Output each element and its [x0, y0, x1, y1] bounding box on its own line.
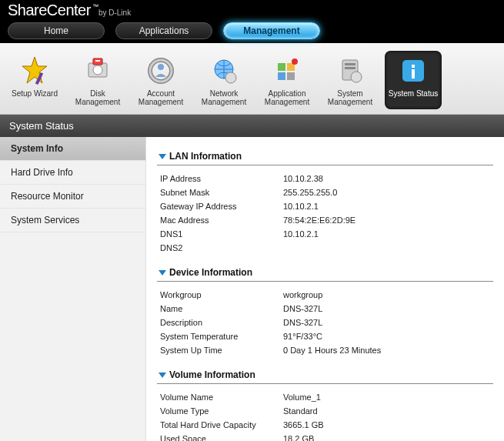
lan-ip-value: 10.10.2.38 [280, 172, 493, 185]
topbar: ShareCenter ™ by D-Link Home Application… [0, 0, 504, 43]
device-description-value: DNS-327L [280, 316, 493, 329]
collapse-triangle-icon [159, 154, 166, 159]
sidebar-item-resource-monitor[interactable]: Resource Monitor [0, 185, 145, 209]
lan-mac-label: Mac Address [157, 213, 280, 227]
lan-gateway-value: 10.10.2.1 [280, 199, 493, 213]
app-icon [270, 55, 304, 86]
svg-rect-18 [345, 67, 355, 69]
status-icon [396, 55, 430, 86]
lan-dns1-label: DNS1 [157, 227, 280, 241]
volume-capacity-value: 3665.1 GB [280, 418, 493, 432]
sidebar-item-hard-drive-info[interactable]: Hard Drive Info [0, 161, 145, 185]
volume-name-value: Volume_1 [280, 390, 493, 404]
lan-subnet-value: 255.255.255.0 [280, 185, 493, 199]
device-name-value: DNS-327L [280, 302, 493, 316]
lan-dns1-value: 10.10.2.1 [280, 227, 493, 241]
svg-point-10 [225, 72, 236, 83]
tool-system-status[interactable]: System Status [385, 51, 442, 109]
network-icon [207, 55, 241, 86]
svg-rect-13 [278, 72, 285, 80]
body: System Info Hard Drive Info Resource Mon… [0, 137, 504, 441]
group-device-header[interactable]: Device Information [157, 264, 493, 282]
volume-name-label: Volume Name [157, 390, 280, 404]
device-temp-value: 91°F/33°C [280, 329, 493, 343]
tool-label: Setup Wizard [8, 89, 62, 98]
group-lan-title: LAN Information [169, 151, 242, 162]
tool-label: System Management [323, 89, 377, 106]
brand-tm: ™ [92, 3, 98, 10]
volume-capacity-label: Total Hard Drive Capacity [157, 418, 280, 432]
svg-rect-17 [345, 63, 355, 65]
collapse-triangle-icon [159, 270, 166, 276]
svg-point-19 [351, 72, 362, 82]
volume-table: Volume NameVolume_1 Volume TypeStandard … [157, 390, 493, 441]
sidebar-item-system-services[interactable]: System Services [0, 209, 145, 232]
system-icon [333, 55, 367, 86]
lan-mac-value: 78:54:2E:E6:2D:9E [280, 213, 493, 227]
volume-type-label: Volume Type [157, 404, 280, 418]
tool-setup-wizard[interactable]: Setup Wizard [6, 51, 63, 109]
svg-rect-21 [412, 65, 415, 68]
disk-icon [81, 55, 115, 86]
device-uptime-value: 0 Day 1 Hours 23 Minutes [280, 343, 493, 357]
device-workgroup-value: workgroup [280, 288, 493, 302]
tool-label: Disk Management [71, 89, 125, 106]
svg-point-15 [292, 58, 298, 65]
group-volume-title: Volume Information [169, 369, 255, 380]
tool-disk-management[interactable]: Disk Management [69, 51, 126, 109]
volume-used-label: Used Space [157, 432, 280, 441]
lan-subnet-label: Subnet Mask [157, 185, 280, 199]
brand: ShareCenter ™ by D-Link [8, 0, 496, 19]
tool-application-management[interactable]: Application Management [259, 51, 315, 109]
device-description-label: Description [157, 316, 280, 329]
content: LAN Information IP Address10.10.2.38 Sub… [146, 137, 504, 441]
svg-rect-14 [287, 72, 295, 80]
svg-rect-11 [278, 63, 285, 71]
tool-label: Network Management [197, 89, 251, 106]
tool-label: Account Management [134, 89, 188, 106]
lan-dns2-label: DNS2 [157, 241, 280, 255]
svg-rect-5 [95, 60, 100, 62]
nav-management[interactable]: Management [223, 22, 320, 39]
management-toolbar: Setup Wizard Disk Management Account Man… [0, 43, 504, 115]
nav-applications[interactable]: Applications [115, 22, 212, 39]
lan-table: IP Address10.10.2.38 Subnet Mask255.255.… [157, 172, 493, 255]
brand-main: ShareCenter [8, 2, 91, 19]
volume-used-value: 18.2 GB [280, 432, 493, 441]
lan-dns2-value [280, 241, 493, 255]
nav-row: Home Applications Management [8, 22, 496, 39]
group-volume-header[interactable]: Volume Information [157, 366, 493, 384]
collapse-triangle-icon [159, 373, 166, 378]
group-lan-header[interactable]: LAN Information [157, 148, 493, 165]
nav-home[interactable]: Home [8, 22, 105, 39]
svg-rect-22 [412, 69, 415, 79]
device-temp-label: System Temperature [157, 329, 280, 343]
svg-point-3 [93, 65, 102, 75]
tool-system-management[interactable]: System Management [322, 51, 379, 109]
tool-label: System Status [386, 89, 440, 98]
group-device-title: Device Information [169, 267, 252, 278]
section-header: System Status [0, 115, 504, 137]
svg-point-8 [158, 64, 164, 70]
sidebar-item-system-info[interactable]: System Info [0, 137, 145, 161]
device-workgroup-label: Workgroup [157, 288, 280, 302]
account-icon [144, 55, 178, 86]
wizard-icon [18, 55, 52, 86]
sidebar: System Info Hard Drive Info Resource Mon… [0, 137, 146, 441]
tool-account-management[interactable]: Account Management [132, 51, 189, 109]
svg-point-7 [150, 60, 172, 82]
svg-marker-0 [22, 57, 47, 83]
tool-network-management[interactable]: Network Management [195, 51, 252, 109]
lan-ip-label: IP Address [157, 172, 280, 185]
device-uptime-label: System Up Time [157, 343, 280, 357]
volume-type-value: Standard [280, 404, 493, 418]
brand-byline: by D-Link [98, 8, 131, 17]
lan-gateway-label: Gateway IP Address [157, 199, 280, 213]
device-table: Workgroupworkgroup NameDNS-327L Descript… [157, 288, 493, 357]
tool-label: Application Management [260, 89, 314, 106]
device-name-label: Name [157, 302, 280, 316]
